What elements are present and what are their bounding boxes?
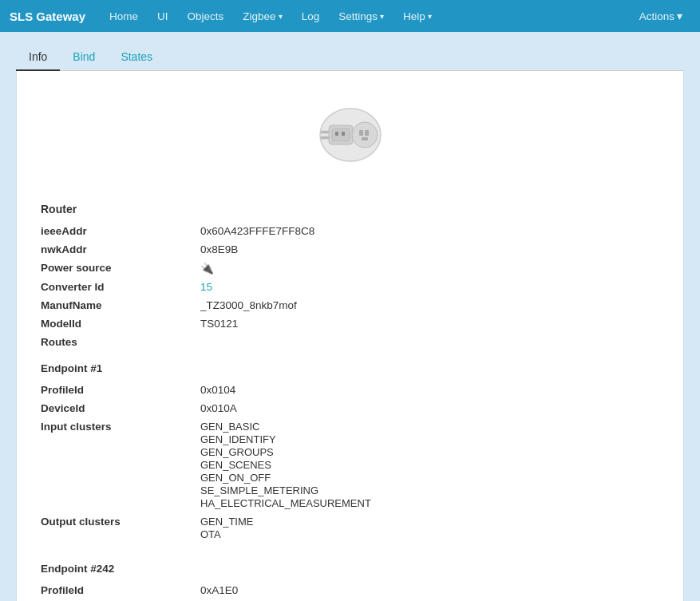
device-type-row: Router bbox=[41, 193, 659, 222]
nav-ui[interactable]: UI bbox=[149, 4, 176, 29]
svg-rect-4 bbox=[342, 132, 345, 136]
power-value: 🔌 bbox=[200, 262, 214, 275]
nav-objects[interactable]: Objects bbox=[180, 4, 232, 29]
nav-log[interactable]: Log bbox=[294, 4, 328, 29]
svg-rect-9 bbox=[365, 130, 369, 136]
tabs: Info Bind States bbox=[16, 44, 684, 71]
ep242-profile-value: 0xA1E0 bbox=[200, 584, 238, 596]
nav-help[interactable]: Help ▾ bbox=[395, 4, 440, 29]
ieee-value: 0x60A423FFFE7FF8C8 bbox=[200, 225, 314, 237]
model-label: ModelId bbox=[41, 318, 200, 330]
device-image bbox=[314, 103, 386, 167]
nav-settings[interactable]: Settings ▾ bbox=[330, 4, 392, 29]
cluster-gen-scenes: GEN_SCENES bbox=[200, 459, 371, 471]
page-wrapper: Info Bind States bbox=[0, 32, 700, 601]
info-card: Router ieeeAddr 0x60A423FFFE7FF8C8 nwkAd… bbox=[16, 71, 684, 601]
nav-items: Home UI Objects Zigbee ▾ Log Settings ▾ … bbox=[101, 4, 631, 29]
power-row: Power source 🔌 bbox=[41, 259, 659, 278]
settings-caret: ▾ bbox=[380, 12, 384, 21]
device-image-area bbox=[41, 87, 659, 193]
svg-rect-2 bbox=[332, 129, 350, 141]
brand: SLS Gateway bbox=[10, 10, 85, 23]
tab-bind[interactable]: Bind bbox=[60, 44, 108, 71]
ep1-output-row: Output clusters GEN_TIME OTA bbox=[41, 512, 659, 544]
ep1-input-clusters: GEN_BASIC GEN_IDENTIFY GEN_GROUPS GEN_SC… bbox=[200, 421, 371, 509]
routes-label: Routes bbox=[41, 336, 200, 348]
ep1-profile-label: ProfileId bbox=[41, 384, 200, 396]
ep242-profile-label: ProfileId bbox=[41, 584, 200, 596]
ep242-title: Endpoint #242 bbox=[41, 563, 200, 575]
ep1-device-row: DeviceId 0x010A bbox=[41, 399, 659, 417]
zigbee-caret: ▾ bbox=[279, 12, 283, 21]
svg-rect-10 bbox=[362, 137, 368, 140]
svg-rect-5 bbox=[321, 131, 329, 133]
ieee-label: ieeeAddr bbox=[41, 225, 200, 237]
ep1-device-value: 0x010A bbox=[200, 402, 237, 414]
cluster-ota: OTA bbox=[200, 528, 253, 540]
ep1-device-label: DeviceId bbox=[41, 402, 200, 414]
ep242-title-row: Endpoint #242 bbox=[41, 552, 659, 581]
ep242-profile-row: ProfileId 0xA1E0 bbox=[41, 581, 659, 599]
cluster-gen-groups: GEN_GROUPS bbox=[200, 446, 371, 458]
power-label: Power source bbox=[41, 262, 200, 274]
ep1-output-clusters: GEN_TIME OTA bbox=[200, 516, 253, 540]
ieee-row: ieeeAddr 0x60A423FFFE7FF8C8 bbox=[41, 222, 659, 240]
device-type-label: Router bbox=[41, 203, 200, 215]
cluster-gen-basic: GEN_BASIC bbox=[200, 421, 371, 433]
ep1-title-row: Endpoint #1 bbox=[41, 351, 659, 381]
tab-info[interactable]: Info bbox=[16, 44, 60, 71]
ep1-input-label: Input clusters bbox=[41, 421, 200, 433]
tab-states[interactable]: States bbox=[108, 44, 165, 71]
converter-row: Converter Id 15 bbox=[41, 278, 659, 296]
navbar: SLS Gateway Home UI Objects Zigbee ▾ Log… bbox=[0, 0, 700, 32]
cluster-gen-time: GEN_TIME bbox=[200, 516, 253, 528]
actions-menu[interactable]: Actions ▾ bbox=[631, 3, 690, 29]
converter-label: Converter Id bbox=[41, 281, 200, 293]
model-value: TS0121 bbox=[200, 318, 238, 330]
model-row: ModelId TS0121 bbox=[41, 314, 659, 333]
help-caret: ▾ bbox=[428, 12, 432, 21]
nwk-value: 0x8E9B bbox=[200, 243, 238, 255]
cluster-gen-identify: GEN_IDENTIFY bbox=[200, 433, 371, 445]
nwk-label: nwkAddr bbox=[41, 243, 200, 255]
cluster-ha-electrical: HA_ELECTRICAL_MEASUREMENT bbox=[200, 497, 371, 509]
manuf-row: ManufName _TZ3000_8nkb7mof bbox=[41, 296, 659, 314]
navbar-right: Actions ▾ bbox=[631, 3, 690, 29]
nav-home[interactable]: Home bbox=[101, 4, 146, 29]
ep1-title: Endpoint #1 bbox=[41, 362, 200, 374]
converter-value[interactable]: 15 bbox=[200, 281, 212, 293]
nav-zigbee[interactable]: Zigbee ▾ bbox=[235, 4, 290, 29]
nwk-row: nwkAddr 0x8E9B bbox=[41, 240, 659, 259]
ep1-profile-row: ProfileId 0x0104 bbox=[41, 381, 659, 399]
cluster-gen-on-off: GEN_ON_OFF bbox=[200, 472, 371, 484]
ep1-input-row: Input clusters GEN_BASIC GEN_IDENTIFY GE… bbox=[41, 417, 659, 512]
routes-row: Routes bbox=[41, 333, 659, 351]
svg-rect-6 bbox=[321, 136, 329, 139]
actions-caret: ▾ bbox=[677, 10, 682, 22]
cluster-se-simple-metering: SE_SIMPLE_METERING bbox=[200, 484, 371, 496]
svg-rect-3 bbox=[335, 132, 338, 136]
manuf-label: ManufName bbox=[41, 299, 200, 311]
ep1-profile-value: 0x0104 bbox=[200, 384, 235, 396]
manuf-value: _TZ3000_8nkb7mof bbox=[200, 299, 297, 311]
info-table: Router ieeeAddr 0x60A423FFFE7FF8C8 nwkAd… bbox=[41, 193, 659, 601]
ep1-output-label: Output clusters bbox=[41, 516, 200, 528]
svg-rect-8 bbox=[359, 130, 363, 136]
